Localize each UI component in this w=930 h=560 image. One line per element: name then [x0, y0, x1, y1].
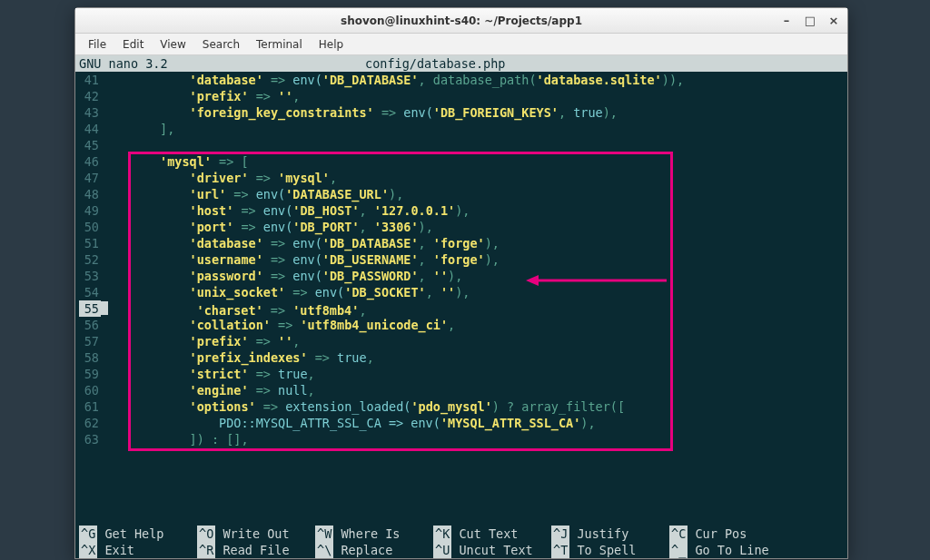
shortcut-cut: ^K [433, 526, 451, 542]
shortcut-spell: ^T [551, 542, 569, 558]
window-title: shovon@linuxhint-s40: ~/Projects/app1 [341, 15, 582, 27]
shortcut-justify: ^J [551, 526, 569, 542]
menu-terminal[interactable]: Terminal [249, 36, 310, 53]
titlebar: shovon@linuxhint-s40: ~/Projects/app1 – … [75, 8, 847, 34]
close-button[interactable]: × [826, 13, 842, 29]
terminal-area[interactable]: GNU nano 3.2 config/database.php 41 'dat… [75, 55, 847, 558]
shortcut-curpos: ^C [669, 526, 688, 542]
cursor [101, 301, 108, 315]
maximize-button[interactable]: □ [802, 13, 818, 29]
current-line-gutter: 55 [79, 300, 101, 317]
shortcut-replace: ^\ [315, 542, 333, 558]
shortcut-uncut: ^U [433, 542, 451, 558]
minimize-button[interactable]: – [778, 13, 795, 29]
menu-edit[interactable]: Edit [115, 36, 151, 53]
terminal-window: shovon@linuxhint-s40: ~/Projects/app1 – … [74, 7, 848, 559]
menu-file[interactable]: File [81, 36, 114, 53]
shortcut-readfile: ^R [197, 542, 215, 558]
shortcut-whereis: ^W [315, 526, 333, 542]
shortcut-exit: ^X [79, 542, 97, 558]
nano-header: GNU nano 3.2 config/database.php [75, 55, 847, 72]
shortcut-goto: ^_ [669, 542, 688, 558]
nano-version: GNU nano 3.2 [79, 55, 315, 72]
menu-help[interactable]: Help [312, 36, 351, 53]
nano-filepath: config/database.php [315, 55, 844, 72]
menubar: File Edit View Search Terminal Help [75, 34, 847, 55]
shortcut-help: ^G [79, 526, 97, 542]
menu-search[interactable]: Search [195, 36, 247, 53]
window-controls: – □ × [778, 8, 842, 33]
editor[interactable]: 41 'database' => env('DB_DATABASE', data… [75, 72, 847, 447]
nano-footer: ^G Get Help ^O Write Out ^W Where Is ^K … [75, 526, 847, 558]
shortcut-writeout: ^O [197, 526, 215, 542]
menu-view[interactable]: View [153, 36, 193, 53]
